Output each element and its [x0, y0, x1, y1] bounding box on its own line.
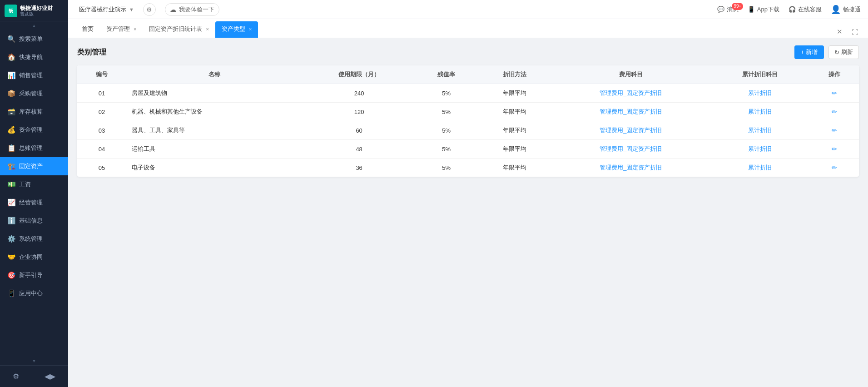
- sidebar-item-app-center[interactable]: 📱 应用中心: [0, 284, 68, 303]
- cell-name-2: 器具、工具、家具等: [126, 121, 303, 140]
- cell-residual-3: 5%: [416, 140, 477, 159]
- col-header-7: 操作: [810, 65, 859, 84]
- sidebar-item-inventory[interactable]: 🗃️ 库存核算: [0, 103, 68, 121]
- sidebar-item-operation[interactable]: 📈 经营管理: [0, 194, 68, 212]
- sidebar-label-sales: 销售管理: [19, 71, 43, 79]
- scroll-up-indicator[interactable]: ▲: [0, 21, 68, 30]
- sidebar-item-guide[interactable]: 🎯 新手引导: [0, 266, 68, 284]
- sidebar-item-salary[interactable]: 💵 工资: [0, 175, 68, 194]
- settings-button[interactable]: ⚙: [143, 3, 156, 16]
- app-name: 畅捷通好业财: [20, 5, 53, 11]
- sidebar-label-fixed-assets: 固定资产: [19, 162, 43, 170]
- cell-name-0: 房屋及建筑物: [126, 84, 303, 103]
- refresh-button[interactable]: ↻ 刷新: [828, 45, 859, 59]
- sidebar-label-system: 系统管理: [19, 235, 43, 243]
- user-item[interactable]: 👤 畅捷通: [831, 5, 861, 15]
- sidebar-label-operation: 经营管理: [19, 198, 43, 207]
- cell-name-1: 机器、机械和其他生产设备: [126, 103, 303, 121]
- refresh-label: 刷新: [841, 48, 853, 56]
- user-name: 畅捷通: [843, 5, 861, 14]
- cell-action-4[interactable]: ✏: [810, 159, 859, 177]
- logo-text: 畅捷通好业财 普及版: [20, 5, 53, 17]
- fund-icon: 💰: [7, 126, 15, 134]
- app-download-icon: 📱: [748, 6, 755, 13]
- guide-icon: 🎯: [7, 271, 15, 279]
- sidebar-item-fund[interactable]: 💰 资金管理: [0, 121, 68, 139]
- message-item[interactable]: 💬 消息 99+: [717, 5, 739, 14]
- cell-method-4: 年限平均: [477, 159, 552, 177]
- add-button[interactable]: + 新增: [794, 45, 824, 59]
- tab-depreciation-table[interactable]: 固定资产折旧统计表×: [143, 21, 215, 38]
- sidebar-item-enterprise[interactable]: 🤝 企业协同: [0, 248, 68, 266]
- enterprise-icon: 🤝: [7, 253, 15, 261]
- cell-period-1: 120: [303, 103, 415, 121]
- collapse-icon[interactable]: ◀▶: [43, 370, 57, 382]
- cell-residual-4: 5%: [416, 159, 477, 177]
- asset-type-table: 编号名称使用期限（月）残值率折旧方法费用科目累计折旧科目操作 01 房屋及建筑物…: [77, 65, 859, 177]
- cell-method-3: 年限平均: [477, 140, 552, 159]
- sidebar: 畅 畅捷通好业财 普及版 ▲ 🔍 搜索菜单 🏠 快捷导航 📊 销售管理 📦 采购…: [0, 0, 68, 387]
- close-tab-button[interactable]: ✕: [833, 26, 845, 38]
- sidebar-label-enterprise: 企业协同: [19, 253, 43, 261]
- cell-period-0: 240: [303, 84, 415, 103]
- edit-icon-0[interactable]: ✏: [832, 89, 837, 97]
- tab-close-asset-type[interactable]: ×: [249, 26, 252, 32]
- tab-asset-manage[interactable]: 资产管理×: [100, 21, 143, 38]
- tab-close-asset-manage[interactable]: ×: [134, 26, 136, 32]
- tabbar: 首页资产管理×固定资产折旧统计表×资产类型× ✕ ⛶: [68, 19, 868, 38]
- company-selector[interactable]: 医疗器械行业演示 ▼: [75, 4, 138, 15]
- tab-asset-type[interactable]: 资产类型×: [215, 21, 258, 38]
- quick-nav-icon: 🏠: [7, 53, 15, 61]
- sidebar-item-purchase[interactable]: 📦 采购管理: [0, 84, 68, 103]
- cell-method-0: 年限平均: [477, 84, 552, 103]
- cell-id-3: 04: [77, 140, 126, 159]
- col-header-5: 费用科目: [552, 65, 710, 84]
- page-header: 类别管理 + 新增 ↻ 刷新: [77, 45, 859, 59]
- company-name: 医疗器械行业演示: [79, 5, 126, 14]
- general-ledger-icon: 📋: [7, 144, 15, 152]
- cell-method-1: 年限平均: [477, 103, 552, 121]
- tab-close-depreciation-table[interactable]: ×: [206, 26, 208, 32]
- topbar-right: 💬 消息 99+ 📱 App下载 🎧 在线客服 👤 畅捷通: [717, 5, 861, 15]
- table-body: 01 房屋及建筑物 240 5% 年限平均 管理费用_固定资产折旧 累计折旧 ✏…: [77, 84, 859, 177]
- cell-accum-0: 累计折旧: [710, 84, 810, 103]
- cell-action-2[interactable]: ✏: [810, 121, 859, 140]
- table-row: 03 器具、工具、家具等 60 5% 年限平均 管理费用_固定资产折旧 累计折旧…: [77, 121, 859, 140]
- expand-tab-button[interactable]: ⛶: [849, 26, 861, 38]
- experience-icon: ☁: [170, 6, 176, 13]
- experience-button[interactable]: ☁ 我要体验一下: [165, 3, 219, 16]
- sidebar-nav: 🔍 搜索菜单 🏠 快捷导航 📊 销售管理 📦 采购管理 🗃️ 库存核算 💰 资金…: [0, 30, 68, 357]
- cell-action-1[interactable]: ✏: [810, 103, 859, 121]
- cell-period-2: 60: [303, 121, 415, 140]
- sidebar-item-system[interactable]: ⚙️ 系统管理: [0, 230, 68, 248]
- edit-icon-1[interactable]: ✏: [832, 108, 837, 115]
- operation-icon: 📈: [7, 198, 15, 207]
- sidebar-item-general-ledger[interactable]: 📋 总账管理: [0, 139, 68, 157]
- sidebar-item-fixed-assets[interactable]: 🏗️ 固定资产: [0, 157, 68, 175]
- settings-icon[interactable]: ⚙: [11, 370, 21, 382]
- scroll-down-indicator[interactable]: ▼: [0, 357, 68, 365]
- col-header-2: 使用期限（月）: [303, 65, 415, 84]
- edit-icon-3[interactable]: ✏: [832, 145, 837, 153]
- sidebar-item-search[interactable]: 🔍 搜索菜单: [0, 30, 68, 48]
- edit-icon-2[interactable]: ✏: [832, 127, 837, 134]
- page-content: 类别管理 + 新增 ↻ 刷新 编号名称使用期限（月）残值率折旧方法费用科目累计折…: [68, 38, 868, 387]
- tab-home[interactable]: 首页: [75, 21, 100, 38]
- sidebar-item-sales[interactable]: 📊 销售管理: [0, 66, 68, 84]
- sidebar-item-basic-info[interactable]: ℹ️ 基础信息: [0, 212, 68, 230]
- sidebar-label-purchase: 采购管理: [19, 89, 43, 98]
- user-avatar-icon: 👤: [831, 5, 841, 15]
- cell-cost-2: 管理费用_固定资产折旧: [552, 121, 710, 140]
- cell-residual-0: 5%: [416, 84, 477, 103]
- edit-icon-4[interactable]: ✏: [832, 164, 837, 171]
- tabbar-actions: ✕ ⛶: [833, 26, 861, 38]
- app-download-item[interactable]: 📱 App下载: [748, 5, 779, 14]
- sidebar-item-quick-nav[interactable]: 🏠 快捷导航: [0, 48, 68, 66]
- cell-action-3[interactable]: ✏: [810, 140, 859, 159]
- app-logo: 畅 畅捷通好业财 普及版: [0, 0, 68, 21]
- tab-label-asset-manage: 资产管理: [106, 25, 130, 33]
- message-badge: 99+: [732, 3, 743, 10]
- cell-id-0: 01: [77, 84, 126, 103]
- cell-action-0[interactable]: ✏: [810, 84, 859, 103]
- online-service-item[interactable]: 🎧 在线客服: [789, 5, 822, 14]
